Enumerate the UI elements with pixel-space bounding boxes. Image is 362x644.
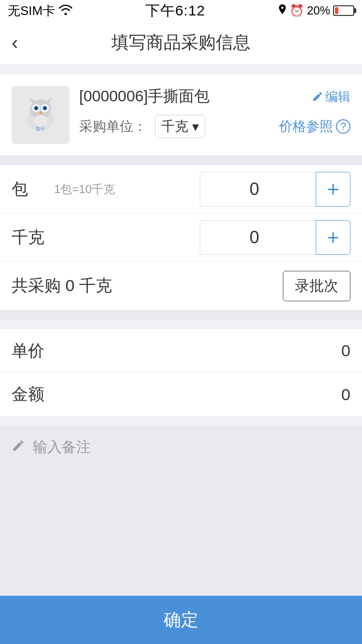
pencil-icon [12,439,25,456]
purchase-unit-group: 采购单位： 千克 ▾ [79,115,205,138]
kilogram-label: 千克 [12,226,50,249]
bao-sublabel: 1包=10千克 [54,182,200,197]
notes-placeholder: 输入备注 [33,437,91,457]
svg-marker-10 [46,98,52,102]
price-ref-button[interactable]: 价格参照 ? [279,117,350,136]
chevron-down-icon: ▾ [192,119,199,135]
summary-row: 共采购 0 千克 录批次 [0,262,362,310]
summary-text: 共采购 0 千克 [12,275,112,297]
wifi-icon [59,3,72,18]
product-card: 智十 [0000006]手撕面包 编辑 采购单位： 千克 ▾ [0,74,362,155]
batch-button[interactable]: 录批次 [283,271,350,301]
svg-point-7 [44,107,46,110]
unit-price-value: 0 [341,341,350,360]
section-divider-2 [0,310,362,320]
bao-label: 包 [12,178,50,200]
bao-input[interactable] [200,172,316,207]
svg-text:智十: 智十 [36,126,45,131]
summary-label: 共采购 [12,276,61,294]
price-section: 单价 0 金额 0 [0,329,362,416]
amount-row: 金额 0 [0,373,362,416]
battery-percentage: 20% [307,4,330,17]
status-bar-time: 下午6:12 [145,1,205,21]
bao-input-wrapper: + [200,172,350,207]
purchase-unit-label: 采购单位： [79,119,147,134]
back-button[interactable]: ‹ [12,32,18,54]
product-info: [0000006]手撕面包 编辑 采购单位： 千克 ▾ 价格 [79,86,350,138]
product-image: 智十 [12,86,70,144]
unit-price-label: 单价 [12,340,44,362]
unit-selector[interactable]: 千克 ▾ [155,115,205,138]
svg-point-4 [35,107,38,110]
bao-input-row: 包 1包=10千克 + [0,165,362,213]
summary-unit: 千克 [79,276,112,294]
unit-label: 千克 [161,117,188,136]
status-bar: 无SIM卡 下午6:12 ⏰ 20% [0,0,362,21]
kilogram-input-wrapper: + [200,220,350,255]
kilogram-input-row: 千克 + [0,213,362,262]
notes-section[interactable]: 输入备注 [0,426,362,469]
help-icon: ? [336,119,350,134]
confirm-button[interactable]: 确定 [0,596,362,644]
amount-value: 0 [341,385,350,404]
bao-plus-button[interactable]: + [316,172,350,207]
edit-label: 编辑 [325,88,350,105]
kilogram-plus-button[interactable]: + [316,220,350,255]
battery-icon [333,5,354,16]
edit-button[interactable]: 编辑 [312,88,350,105]
alarm-icon: ⏰ [290,4,304,17]
status-bar-right: ⏰ 20% [278,4,354,17]
nav-bar: ‹ 填写商品采购信息 [0,21,362,65]
svg-point-11 [34,115,47,126]
carrier-label: 无SIM卡 [8,2,55,19]
unit-price-row: 单价 0 [0,329,362,373]
status-bar-left: 无SIM卡 [8,2,72,19]
nav-title: 填写商品采购信息 [111,31,251,55]
location-icon [278,4,287,17]
svg-marker-9 [29,98,35,102]
price-ref-label: 价格参照 [279,117,333,136]
input-section: 包 1包=10千克 + 千克 + [0,165,362,262]
amount-label: 金额 [12,383,44,406]
product-name: [0000006]手撕面包 [79,86,209,107]
content-filler [0,469,362,614]
summary-value: 0 [65,276,74,294]
section-divider-1 [0,155,362,165]
kilogram-input[interactable] [200,220,316,255]
